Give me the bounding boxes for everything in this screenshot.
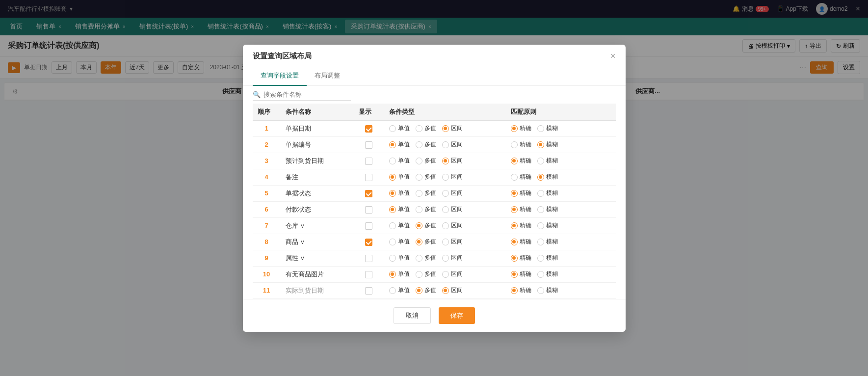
col-header-type: 条件类型 (384, 104, 506, 105)
dialog-table-wrap: 顺序 条件名称 显示 条件类型 匹配原则 1单据日期单值多值区间精确模糊2单据编… (243, 104, 626, 105)
dtab-layout-label: 布局调整 (315, 72, 340, 79)
dialog-title: 设置查询区域布局 (253, 52, 312, 61)
search-icon: 🔍 (253, 91, 261, 98)
col-header-show: 显示 (354, 104, 384, 105)
col-header-order: 顺序 (253, 104, 281, 105)
modal-overlay: 设置查询区域布局 × 查询字段设置 布局调整 🔍 顺序 (0, 0, 868, 105)
dtab-query-fields-label: 查询字段设置 (261, 72, 299, 79)
dialog-tabs: 查询字段设置 布局调整 (243, 66, 626, 86)
dtab-query-fields[interactable]: 查询字段设置 (253, 66, 307, 86)
dtab-layout[interactable]: 布局调整 (307, 66, 348, 86)
search-input[interactable] (263, 91, 342, 98)
dialog-close-btn[interactable]: × (610, 52, 616, 60)
dialog-header: 设置查询区域布局 × (243, 45, 626, 66)
settings-dialog: 设置查询区域布局 × 查询字段设置 布局调整 🔍 顺序 (243, 45, 626, 105)
search-input-wrap: 🔍 (253, 91, 351, 101)
col-header-name: 条件名称 (281, 104, 354, 105)
dialog-search-area: 🔍 (243, 86, 626, 104)
conditions-table: 顺序 条件名称 显示 条件类型 匹配原则 1单据日期单值多值区间精确模糊2单据编… (253, 104, 616, 105)
col-header-match: 匹配原则 (506, 104, 616, 105)
